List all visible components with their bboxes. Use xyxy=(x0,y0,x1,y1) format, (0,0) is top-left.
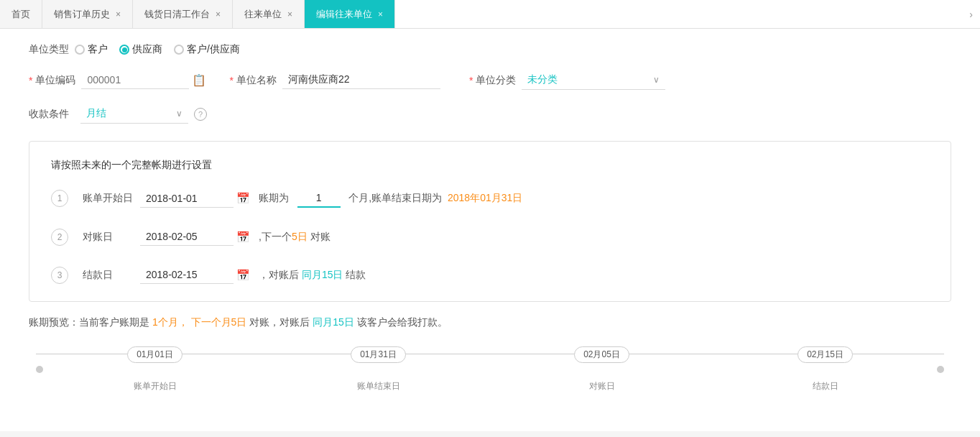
unit-name-label: 单位名称 xyxy=(236,74,277,87)
timeline-label-1: 账单开始日 xyxy=(134,380,177,392)
unit-category-select[interactable]: 未分类 ∨ xyxy=(522,70,665,90)
calendar-icon-3[interactable]: 📅 xyxy=(236,269,250,282)
unit-code-label: 单位编码 xyxy=(35,74,75,87)
radio-circle-both xyxy=(174,45,184,55)
tab-sales-history[interactable]: 销售订单历史 × xyxy=(42,0,133,28)
setting-row-2: 2 对账日 📅 ,下一个5日 对账 xyxy=(51,228,929,246)
reconcile-date-input[interactable] xyxy=(140,228,234,246)
timeline-node-4: 02月15日 结款日 xyxy=(713,346,937,392)
timeline-bubble-3: 02月05日 xyxy=(574,346,629,363)
radio-both[interactable]: 客户/供应商 xyxy=(174,43,240,56)
unit-code-input[interactable] xyxy=(81,71,189,89)
period-desc: 账期为 个月,账单结束日期为 2018年01月31日 xyxy=(259,189,522,208)
account-start-label: 账单开始日 xyxy=(83,192,140,205)
main-content: 单位类型 客户 供应商 客户/供应商 * 单位编码 📋 * 单位名称 * xyxy=(0,29,980,431)
tab-edit-partner[interactable]: 编辑往来单位 × xyxy=(305,0,395,28)
same-month-highlight: 同月15日 xyxy=(302,269,343,280)
tab-close-sales-history[interactable]: × xyxy=(116,9,121,19)
unit-category-label: 单位分类 xyxy=(476,74,516,87)
timeline-bubble-2: 01月31日 xyxy=(351,346,406,363)
end-date-highlight: 2018年01月31日 xyxy=(448,192,522,203)
tab-more-button[interactable]: › xyxy=(962,0,980,28)
account-start-date-input[interactable] xyxy=(140,190,234,208)
next-day-highlight: 5日 xyxy=(292,231,308,242)
unit-type-label: 单位类型 xyxy=(29,43,69,56)
tab-partner[interactable]: 往来单位 × xyxy=(233,0,305,28)
unit-type-row: 单位类型 客户 供应商 客户/供应商 xyxy=(29,43,951,56)
chevron-down-icon: ∨ xyxy=(653,75,660,85)
payment-value: 月结 xyxy=(86,107,170,120)
timeline-bubble-1: 01月01日 xyxy=(127,346,182,363)
radio-circle-customer xyxy=(75,45,85,55)
timeline: 01月01日 账单开始日 01月31日 账单结束日 02月05日 对账日 02月… xyxy=(29,346,951,392)
settings-panel: 请按照未来的一个完整帐期进行设置 1 账单开始日 📅 账期为 个月,账单结束日期… xyxy=(29,141,951,302)
months-input[interactable] xyxy=(297,189,341,208)
tab-close-partner[interactable]: × xyxy=(287,9,292,19)
timeline-node-1: 01月01日 账单开始日 xyxy=(43,346,267,392)
tab-close-edit-partner[interactable]: × xyxy=(378,9,383,19)
reconcile-desc: ,下一个5日 对账 xyxy=(259,231,330,244)
setting-num-2: 2 xyxy=(51,229,68,246)
radio-supplier[interactable]: 供应商 xyxy=(119,43,162,56)
preview-mid: 下一个月5日 xyxy=(191,316,247,328)
timeline-bubble-4: 02月15日 xyxy=(798,346,853,363)
setting-row-1: 1 账单开始日 📅 账期为 个月,账单结束日期为 2018年01月31日 xyxy=(51,189,929,208)
preview-text: 账期预览：当前客户账期是 1个月， 下一个月5日 对账，对账后 同月15日 该客… xyxy=(29,316,951,329)
payment-label: 收款条件 xyxy=(29,108,69,121)
radio-label-customer: 客户 xyxy=(88,43,108,56)
setting-num-3: 3 xyxy=(51,267,68,284)
setting-num-1: 1 xyxy=(51,190,68,207)
unit-name-star: * xyxy=(229,75,233,86)
timeline-start-dot xyxy=(36,366,43,373)
payment-row: 收款条件 月结 ∨ ? xyxy=(29,104,951,124)
unit-type-radio-group: 客户 供应商 客户/供应商 xyxy=(75,43,240,56)
calendar-icon-2[interactable]: 📅 xyxy=(236,231,250,244)
preview-end: 同月15日 xyxy=(313,316,354,328)
unit-category-star: * xyxy=(469,75,473,86)
timeline-label-4: 结款日 xyxy=(813,380,838,392)
tab-home[interactable]: 首页 xyxy=(0,0,42,28)
timeline-container: 01月01日 账单开始日 01月31日 账单结束日 02月05日 对账日 02月… xyxy=(29,346,951,392)
timeline-label-3: 对账日 xyxy=(589,380,615,392)
timeline-node-3: 02月05日 对账日 xyxy=(490,346,713,392)
unit-name-input[interactable] xyxy=(282,71,440,89)
setting-row-3: 3 结款日 📅 ，对账后 同月15日 结款 xyxy=(51,266,929,284)
tab-bar: 首页 销售订单历史 × 钱货日清工作台 × 往来单位 × 编辑往来单位 × › xyxy=(0,0,980,29)
tab-close-cash-work[interactable]: × xyxy=(216,9,221,19)
unit-code-icon[interactable]: 📋 xyxy=(192,73,206,87)
unit-code-star: * xyxy=(29,75,32,86)
payment-date-desc: ，对账后 同月15日 结款 xyxy=(259,269,366,282)
radio-label-supplier: 供应商 xyxy=(132,43,162,56)
timeline-node-2: 01月31日 账单结束日 xyxy=(267,346,490,392)
preview-month: 1个月， xyxy=(152,316,188,328)
help-icon[interactable]: ? xyxy=(194,108,207,121)
unit-category-value: 未分类 xyxy=(527,73,647,86)
payment-chevron-icon: ∨ xyxy=(176,109,182,119)
tab-cash-work[interactable]: 钱货日清工作台 × xyxy=(133,0,233,28)
radio-customer[interactable]: 客户 xyxy=(75,43,108,56)
payment-date-label: 结款日 xyxy=(83,269,140,282)
payment-date-input[interactable] xyxy=(140,266,234,284)
radio-label-both: 客户/供应商 xyxy=(187,43,240,56)
reconcile-label: 对账日 xyxy=(83,231,140,244)
panel-title: 请按照未来的一个完整帐期进行设置 xyxy=(51,159,929,172)
radio-circle-supplier xyxy=(119,45,129,55)
payment-select[interactable]: 月结 ∨ xyxy=(80,104,188,124)
timeline-label-2: 账单结束日 xyxy=(357,380,400,392)
calendar-icon-1[interactable]: 📅 xyxy=(236,192,250,205)
unit-fields-row: * 单位编码 📋 * 单位名称 * 单位分类 未分类 ∨ xyxy=(29,70,951,90)
timeline-end-dot xyxy=(937,366,944,373)
